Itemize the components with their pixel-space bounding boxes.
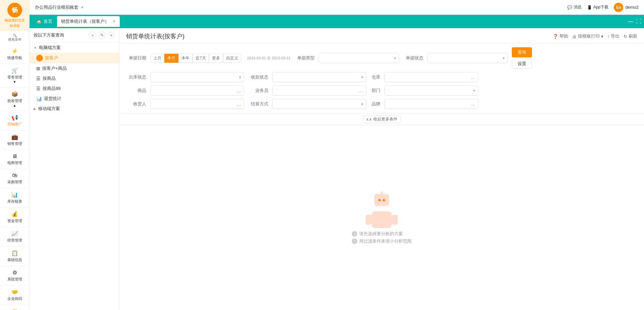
app-logo: 畅 畅捷通好生意 标准版 <box>0 0 29 31</box>
export-icon: ↑ <box>607 34 610 39</box>
return-stat-icon: 📊 <box>36 96 42 101</box>
brand-input[interactable]: … <box>384 99 478 109</box>
settle-method-select[interactable]: ▾ <box>272 99 366 109</box>
add-scheme-btn[interactable]: ＋ <box>89 32 96 39</box>
mobile-group-expand-icon: ▶ <box>34 107 36 111</box>
goods-dots[interactable]: … <box>236 88 241 93</box>
sales-icon: 💼 <box>11 134 18 140</box>
wholesale-icon: 📦 <box>11 91 18 97</box>
consignee-label: 收货人 <box>126 101 146 107</box>
receipt-status-select[interactable]: ▾ <box>272 72 366 82</box>
system-icon: ⚙ <box>12 269 17 276</box>
tree-item-by-customer-goods[interactable]: ⊞ 按客户+商品 <box>30 63 119 73</box>
main-content: 办公用品行业模拟账套 ▾ 💬 消息 📱 App下载 Ea demo2 🏠 首页 <box>30 0 644 310</box>
left-panel-header: 按以下方案查询 ＋ ✎ « <box>30 28 119 43</box>
marketing-label: 营销推广 <box>7 122 22 127</box>
date-label: 单据日期 <box>126 55 146 61</box>
tree-item-by-customer[interactable]: 按客户 <box>30 53 119 63</box>
filter-row-4: 收货人 … 结算方式 ▾ 品牌 … <box>126 99 637 109</box>
print-template-btn[interactable]: 🖨 按模板打印 ▾ <box>572 33 603 39</box>
tab-home[interactable]: 🏠 首页 <box>32 16 56 27</box>
sidebar-item-purchase[interactable]: 🛍 采购管理 <box>0 169 29 188</box>
help-btn[interactable]: ❓ 帮助 <box>553 33 568 39</box>
salesperson-dots[interactable]: … <box>359 88 363 93</box>
edit-scheme-btn[interactable]: ✎ <box>98 32 106 39</box>
robot-head <box>374 194 389 206</box>
sidebar-item-finance[interactable]: 💰 资金管理 <box>0 208 29 227</box>
sidebar-item-enterprise[interactable]: 🤝 企业协同 <box>0 286 29 305</box>
sidebar-item-ecommerce[interactable]: 🖥 电商管理 <box>0 150 29 169</box>
mobile-schemes-group[interactable]: ▶ 移动端方案 <box>30 104 119 114</box>
order-status-arrow: ▾ <box>503 56 505 60</box>
sidebar-item-system[interactable]: ⚙ 系统管理 <box>0 266 29 286</box>
tab-sales-stat[interactable]: 销货单统计表（按客户） ✕ <box>57 16 120 27</box>
warehouse-dots[interactable]: … <box>471 74 475 80</box>
this-year-btn[interactable]: 本年 <box>178 54 193 63</box>
collapse-label: 收起更多条件 <box>373 116 397 122</box>
robot-arm-right <box>392 215 398 225</box>
search-btn[interactable]: 查询 <box>512 47 532 57</box>
warehouse-label: 仓库 <box>370 74 380 80</box>
desktop-schemes-label: 电脑端方案 <box>39 45 61 51</box>
messages-label: 消息 <box>574 4 582 10</box>
collapse-panel-btn[interactable]: « <box>108 32 115 39</box>
export-btn[interactable]: ↑ 导出 <box>607 33 620 39</box>
tab-close-btn[interactable]: ✕ <box>112 19 116 24</box>
tab-maximize-btn[interactable]: ⛶ <box>636 18 641 24</box>
search-menu-item[interactable]: 🔍 搜索菜单 <box>8 31 21 45</box>
order-status-select[interactable]: ▾ <box>427 53 508 63</box>
print-icon: 🖨 <box>572 34 577 39</box>
sidebar-item-basic[interactable]: 📋 基础信息 <box>0 247 29 266</box>
consignee-input[interactable]: … <box>150 99 244 109</box>
sidebar-item-newbie[interactable]: 🌟 新手引导 <box>0 305 29 310</box>
consignee-dots[interactable]: … <box>236 101 241 107</box>
help-label: 帮助 <box>559 33 568 39</box>
filter-row-3: 商品 … 业务员 … 部门 ▾ <box>126 86 637 96</box>
this-month-btn[interactable]: 本月 <box>164 54 178 63</box>
order-status-label: 单据状态 <box>403 55 423 61</box>
sidebar-item-marketing[interactable]: 📢 营销推广 <box>0 111 29 131</box>
order-type-select[interactable]: ▾ <box>319 53 399 63</box>
tree-item-by-goods-99[interactable]: ☰ 按商品99 <box>30 84 119 94</box>
tab-minimize-btn[interactable]: — <box>628 18 633 24</box>
sidebar-item-retail[interactable]: 🛒 零售管理 ▼ <box>0 64 29 88</box>
refresh-btn[interactable]: ↻ 刷新 <box>624 33 637 39</box>
sidebar-item-wholesale[interactable]: 📦 批发管理 ▲ <box>0 88 29 111</box>
goods-input[interactable]: … <box>150 86 244 96</box>
salesperson-input[interactable]: … <box>272 86 366 96</box>
finance-label: 资金管理 <box>7 218 22 223</box>
breadcrumb-dropdown-icon[interactable]: ▾ <box>81 5 83 10</box>
tree-item-by-goods[interactable]: ☰ 按商品 <box>30 73 119 84</box>
more-date-btn[interactable]: 更多 <box>209 54 223 63</box>
tree-item-return-stat[interactable]: 📊 退货统计 <box>30 94 119 104</box>
settle-method-label: 结算方式 <box>248 101 268 107</box>
custom-date-btn[interactable]: 自定义 <box>223 54 241 63</box>
last-month-btn[interactable]: 上月 <box>150 54 164 63</box>
operation-label: 经营管理 <box>7 238 22 243</box>
dept-select[interactable]: ▾ <box>384 86 478 96</box>
app-download-icon: 📱 <box>587 5 592 10</box>
empty-state: 1 请先选择要分析的方案 2 用过滤条件来缩小分析范围 <box>119 125 644 310</box>
by-customer-goods-icon: ⊞ <box>36 66 40 71</box>
goods-label: 商品 <box>126 88 146 94</box>
tab-bar: 🏠 首页 销货单统计表（按客户） ✕ — ⛶ <box>30 15 644 28</box>
messages-btn[interactable]: 💬 消息 <box>567 4 582 10</box>
app-download-btn[interactable]: 📱 App下载 <box>587 4 608 10</box>
sidebar-item-sales[interactable]: 💼 销售管理 <box>0 131 29 150</box>
user-profile[interactable]: Ea demo2 <box>614 3 639 12</box>
warehouse-input[interactable]: … <box>384 72 478 82</box>
robot-antenna <box>381 191 383 195</box>
sidebar-item-shortcuts[interactable]: ⚡ 快捷导航 <box>0 45 29 64</box>
settings-btn[interactable]: 设置 <box>512 59 532 69</box>
last-7-btn[interactable]: 近7天 <box>193 54 209 63</box>
retail-icon: 🛒 <box>11 67 18 74</box>
out-status-select[interactable]: ▾ <box>150 72 244 82</box>
system-label: 系统管理 <box>7 277 22 282</box>
collapse-btn[interactable]: ∧∧ 收起更多条件 <box>363 115 400 123</box>
brand-dots[interactable]: … <box>471 101 475 107</box>
sidebar-item-inventory[interactable]: 📊 库存核算 <box>0 188 29 208</box>
desktop-schemes-group[interactable]: ▼ 电脑端方案 <box>30 43 119 53</box>
filter-row-1: 单据日期 上月 本月 本年 近7天 更多 自定义 2023-03-01 至 20… <box>126 47 637 69</box>
sidebar-item-operation[interactable]: 📈 经营管理 <box>0 227 29 247</box>
page-title: 销货单统计表(按客户) <box>126 32 184 40</box>
